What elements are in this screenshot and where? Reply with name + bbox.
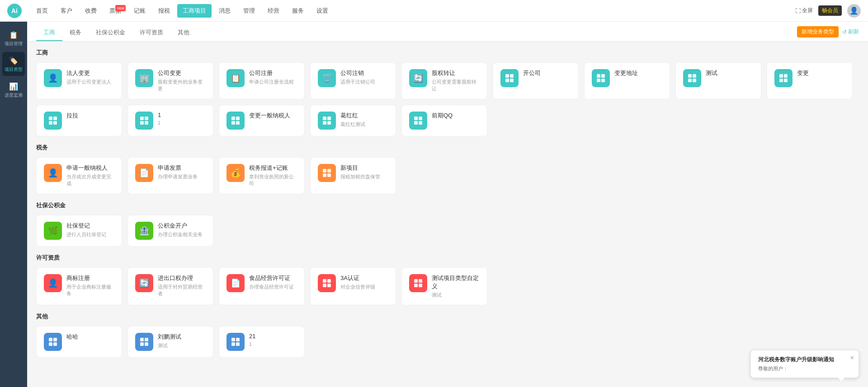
- svg-rect-37: [327, 169, 331, 173]
- card-info-test-type: 测试项目类型自定义测试: [432, 274, 480, 298]
- sidebar-item-project-types[interactable]: 🏷️项目类型: [2, 52, 25, 76]
- service-card-item1[interactable]: 11: [127, 105, 213, 136]
- service-card-company-register[interactable]: 📋公司注册申请公司注册全流程: [219, 62, 305, 99]
- card-icon-test-type: [409, 274, 427, 292]
- nav-item-tax[interactable]: 报税: [153, 4, 175, 18]
- card-desc-provident-fund: 办理公积金相关业务: [158, 231, 206, 238]
- fullscreen-btn[interactable]: ⛶ 全屏: [795, 7, 813, 14]
- nav-item-services[interactable]: 服务: [287, 4, 309, 18]
- svg-rect-4: [597, 74, 600, 78]
- card-desc-test-type: 测试: [432, 292, 480, 298]
- nav-item-accounting[interactable]: 记账: [128, 4, 151, 18]
- service-card-legal-change[interactable]: 👤法人变更适用于公司变更法人: [36, 62, 122, 99]
- card-icon-company-change: 🏢: [135, 69, 153, 87]
- svg-rect-23: [145, 121, 148, 125]
- service-card-lala[interactable]: 拉拉: [36, 105, 122, 136]
- nav-item-customer[interactable]: 客户: [55, 4, 78, 18]
- main-layout: 📋项目管理🏷️项目类型📊进度监测 工商税务社保公积金许可资质其他 新增业务类型 …: [0, 22, 868, 387]
- card-desc-tax-report-accounting: 拿到营业执照的新公司: [249, 173, 297, 187]
- tab-tax[interactable]: 税务: [62, 24, 89, 41]
- service-card-change1[interactable]: 变更: [767, 62, 853, 99]
- service-card-equity-transfer[interactable]: 🔄股权转让公司变更需要股权转让: [401, 62, 487, 99]
- card-info-item21: 211: [249, 333, 297, 348]
- card-desc-food-license: 办理食品经营许可证: [249, 284, 297, 290]
- card-desc-mahonghong: 葛红红测试: [340, 121, 388, 128]
- service-card-apply-invoice[interactable]: 📄申请发票办理申请发票业务: [127, 157, 213, 194]
- card-desc-company-register: 申请公司注册全流程: [249, 79, 297, 85]
- card-desc-social-register: 进行人员社保登记: [66, 231, 114, 238]
- logo[interactable]: Ai: [7, 4, 22, 18]
- card-icon-open-company: [500, 69, 519, 87]
- sidebar-item-progress[interactable]: 📊进度监测: [2, 78, 25, 102]
- new-type-button[interactable]: 新增业务类型: [797, 26, 839, 37]
- fullscreen-icon: ⛶: [795, 8, 801, 14]
- service-card-import-export[interactable]: 🔄进出口权办理适用于对外贸易经营者: [127, 267, 213, 305]
- service-card-social-register[interactable]: 🌿社保登记进行人员社保登记: [36, 215, 122, 247]
- service-card-item21[interactable]: 211: [219, 326, 305, 358]
- svg-rect-28: [323, 117, 326, 120]
- card-info-company-register: 公司注册申请公司注册全流程: [249, 69, 297, 85]
- avatar[interactable]: 👤: [847, 4, 861, 18]
- nav-item-management[interactable]: 管理: [238, 4, 260, 18]
- card-desc-trademark: 用于企业商标注册服务: [66, 284, 114, 298]
- service-card-food-license[interactable]: 📄食品经营许可证办理食品经营许可证: [219, 267, 305, 305]
- service-card-tax-report-accounting[interactable]: 💰税务报道+记账拿到营业执照的新公司: [219, 157, 305, 194]
- card-title-liupeng-test: 刘鹏测试: [158, 333, 206, 341]
- card-info-new-project: 新项目报税加税控盘保管: [340, 164, 388, 180]
- card-title-test-type: 测试项目类型自定义: [432, 274, 480, 290]
- service-card-preqqq[interactable]: 前期QQ: [401, 105, 487, 136]
- service-card-test1[interactable]: 测试: [675, 62, 761, 99]
- svg-rect-31: [327, 121, 331, 125]
- tab-industrial[interactable]: 工商: [36, 24, 62, 41]
- nav-item-tickets[interactable]: 票据new: [104, 4, 127, 18]
- svg-rect-29: [327, 117, 331, 120]
- svg-rect-16: [49, 117, 52, 120]
- cards-grid-social-insurance-section: 🌿社保登记进行人员社保登记🏦公积金开户办理公积金相关业务: [36, 215, 859, 247]
- service-card-test-type[interactable]: 测试项目类型自定义测试: [401, 267, 487, 305]
- notification-text: 尊敬的用户：: [758, 365, 851, 372]
- service-card-provident-fund[interactable]: 🏦公积金开户办理公积金相关业务: [127, 215, 213, 247]
- service-card-apply-general[interactable]: 👤申请一般纳税人当月或次月成变更完成: [36, 157, 122, 194]
- sidebar-item-project-mgmt[interactable]: 📋项目管理: [2, 26, 25, 50]
- refresh-button[interactable]: ↺ 刷新: [842, 28, 859, 36]
- sidebar-icon-project-mgmt: 📋: [9, 30, 19, 40]
- card-desc-equity-transfer: 公司变更需要股权转让: [432, 79, 480, 93]
- service-card-haha[interactable]: 哈哈: [36, 326, 122, 358]
- tab-other[interactable]: 其他: [170, 24, 197, 41]
- svg-rect-8: [688, 74, 692, 78]
- nav-item-messages[interactable]: 消息: [213, 4, 236, 18]
- svg-rect-43: [327, 284, 331, 287]
- svg-rect-38: [323, 173, 326, 177]
- service-card-company-cancel[interactable]: 🗑️公司注销适用于注销公司: [310, 62, 396, 99]
- service-card-liupeng-test[interactable]: 刘鹏测试测试: [127, 326, 213, 358]
- service-card-open-company[interactable]: 开公司: [493, 62, 579, 99]
- tab-social-insurance[interactable]: 社保公积金: [89, 24, 132, 41]
- notification-close-icon[interactable]: ×: [850, 354, 854, 361]
- nav-item-operations[interactable]: 经营: [262, 4, 285, 18]
- card-desc-3a-cert: 对企业信誉评级: [340, 284, 388, 290]
- service-card-new-project[interactable]: 新项目报税加税控盘保管: [310, 157, 396, 194]
- service-card-change-general[interactable]: 变更一般纳税人: [219, 105, 305, 136]
- svg-rect-22: [140, 121, 144, 125]
- tab-bar-right: 新增业务类型 ↺ 刷新: [797, 26, 859, 37]
- service-card-3a-cert[interactable]: 3A认证对企业信誉评级: [310, 267, 396, 305]
- card-info-mahonghong: 葛红红葛红红测试: [340, 112, 388, 128]
- vip-button[interactable]: 畅会员: [818, 5, 842, 16]
- badge-tickets: new: [115, 5, 126, 11]
- card-info-haha: 哈哈: [66, 333, 114, 342]
- svg-rect-50: [49, 342, 52, 346]
- card-desc-company-cancel: 适用于注销公司: [340, 79, 388, 85]
- tab-license[interactable]: 许可资质: [132, 24, 170, 41]
- nav-item-home[interactable]: 首页: [31, 4, 53, 18]
- svg-rect-45: [419, 279, 422, 283]
- topnav-right: ⛶ 全屏 畅会员 👤: [795, 4, 861, 18]
- nav-item-industrial[interactable]: 工商项目: [177, 4, 212, 18]
- nav-item-billing[interactable]: 收费: [80, 4, 102, 18]
- service-card-change-address[interactable]: 变更地址: [584, 62, 670, 99]
- service-card-company-change[interactable]: 🏢公司变更股权变更外的业务变更: [127, 62, 213, 99]
- service-card-mahonghong[interactable]: 葛红红葛红红测试: [310, 105, 396, 136]
- service-card-trademark[interactable]: 👤商标注册用于企业商标注册服务: [36, 267, 122, 305]
- card-desc-liupeng-test: 测试: [158, 342, 206, 349]
- card-info-3a-cert: 3A认证对企业信誉评级: [340, 274, 388, 290]
- nav-item-settings[interactable]: 设置: [311, 4, 334, 18]
